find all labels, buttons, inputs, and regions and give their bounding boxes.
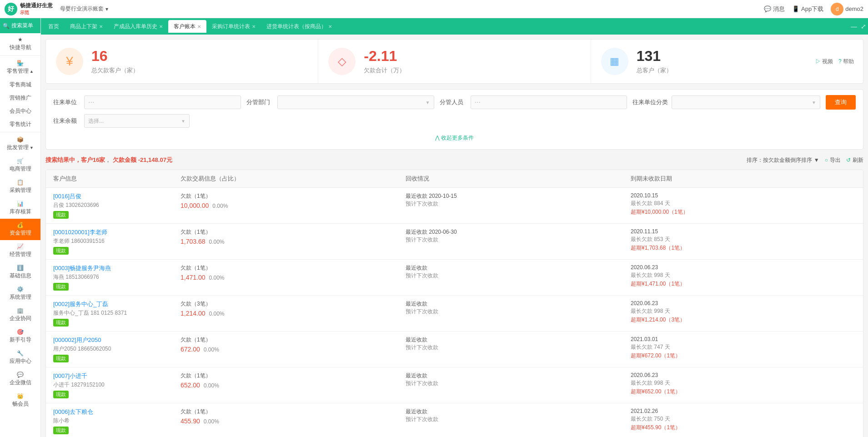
- sidebar-item-basic-info[interactable]: ℹ️ 基础信息: [0, 261, 40, 283]
- gear-icon: ⚙️: [17, 286, 24, 292]
- sidebar-item-batch-mgmt[interactable]: 📦 批发管理 ▼: [0, 133, 40, 155]
- due-date-cell: 2020.06.23 最长欠款 998 天 超期¥652.00（1笔）: [631, 372, 856, 396]
- debt-amount[interactable]: 1,471.00: [181, 274, 206, 281]
- main-content: 首页 商品上下架 ✕ 产成品入库单历史 ✕ 客户账本 ✕ 采购订单统计表 ✕ 进…: [41, 18, 868, 437]
- debt-amount[interactable]: 652.00: [181, 382, 200, 389]
- demo-select[interactable]: 母婴行业演示账套 ▾: [60, 5, 108, 13]
- sidebar-item-marketing[interactable]: 营销推广: [0, 91, 40, 105]
- next-collect: 预计下次收款: [406, 200, 631, 208]
- tab-close-purchase[interactable]: ✕: [252, 24, 256, 29]
- sidebar-item-sys-mgmt[interactable]: ⚙️ 系统管理: [0, 283, 40, 304]
- tabs-maximize-btn[interactable]: ⤢: [861, 23, 866, 30]
- data-table: 客户信息 欠款交易信息（占比） 回收情况 到期未收款日期 [0016]吕俊 吕俊…: [45, 170, 863, 437]
- sidebar-item-retail-stats[interactable]: 零售统计: [0, 118, 40, 131]
- sidebar-item-corp-wechat[interactable]: 💬 企业微信: [0, 368, 40, 390]
- tabs-minimize-btn[interactable]: —: [851, 23, 857, 30]
- app-download-btn[interactable]: 📱 App下载: [792, 5, 823, 13]
- source-unit-input[interactable]: ···: [84, 95, 241, 109]
- tab-close-customer[interactable]: ✕: [197, 24, 201, 29]
- debt-ratio: 0.00%: [212, 203, 228, 209]
- balance-select[interactable]: 选择... ▼: [84, 114, 190, 128]
- customer-phone: 吕俊 13026203696: [53, 201, 181, 209]
- debt-info-cell: 欠款（1笔） 672.00 0.00%: [181, 336, 406, 353]
- debt-count: 欠款（1笔）: [181, 264, 406, 272]
- overdue-amount[interactable]: 超期¥1,703.68（1笔）: [631, 244, 856, 252]
- customer-info-cell: [000002]用户2050 用户2050 18665062050 现款: [53, 336, 181, 362]
- overdue-amount[interactable]: 超期¥1,214.00（3笔）: [631, 316, 856, 324]
- search-button[interactable]: 查询: [826, 95, 856, 110]
- sidebar-item-stock-calc[interactable]: 📊 库存核算: [0, 197, 40, 219]
- person-input[interactable]: ···: [471, 95, 627, 109]
- debt-count: 欠款（1笔）: [181, 228, 406, 236]
- due-date-cell: 2020.10.15 最长欠款 884 天 超期¥10,000.00（1笔）: [631, 192, 856, 216]
- tab-customer-account[interactable]: 客户账本 ✕: [168, 20, 206, 33]
- app-icon: 🔧: [17, 350, 24, 357]
- due-date: 2020.11.15: [631, 228, 856, 235]
- sidebar-search-btn[interactable]: 🔍 搜索菜单: [0, 18, 40, 33]
- due-date-cell: 2021.03.01 最长欠款 747 天 超期¥672.00（1笔）: [631, 336, 856, 360]
- sidebar-item-member[interactable]: 会员中心: [0, 105, 40, 118]
- customer-name-link[interactable]: [0006]去下粮仓: [53, 408, 181, 416]
- customer-name-link[interactable]: [0002]服务中心_丁磊: [53, 300, 181, 308]
- overdue-amount[interactable]: 超期¥1,471.00（1笔）: [631, 280, 856, 288]
- help-btn[interactable]: ? 帮助: [838, 58, 854, 65]
- filter-person: 分管人员 ···: [440, 95, 627, 109]
- sidebar-item-new-guide[interactable]: 🎯 新手引导: [0, 326, 40, 347]
- sidebar-item-app-center[interactable]: 🔧 应用中心: [0, 347, 40, 368]
- overdue-amount[interactable]: 超期¥672.00（1笔）: [631, 352, 856, 360]
- customer-name-link[interactable]: [0016]吕俊: [53, 192, 181, 201]
- customer-name-link[interactable]: [000002]用户2050: [53, 336, 181, 344]
- debt-ratio: 0.00%: [204, 382, 219, 389]
- dept-select[interactable]: ▼: [277, 95, 434, 109]
- header-debt-info: 欠款交易信息（占比）: [181, 175, 406, 183]
- sidebar-item-purchase[interactable]: 📋 采购管理: [0, 176, 40, 197]
- tab-close-stats[interactable]: ✕: [328, 24, 332, 29]
- overdue-amount[interactable]: 超期¥10,000.00（1笔）: [631, 208, 856, 216]
- sidebar-item-finance[interactable]: 💰 资金管理: [0, 219, 40, 240]
- unit-class-select[interactable]: ▼: [672, 95, 820, 109]
- tab-close-product[interactable]: ✕: [99, 24, 103, 29]
- refresh-btn[interactable]: ↺ 刷新: [846, 156, 863, 164]
- message-btn[interactable]: 💬 消息: [764, 5, 785, 13]
- sidebar-item-ops-mgmt[interactable]: 📈 经营管理: [0, 240, 40, 261]
- tabs-bar: 首页 商品上下架 ✕ 产成品入库单历史 ✕ 客户账本 ✕ 采购订单统计表 ✕ 进…: [41, 18, 868, 35]
- chevron-down-icon4: ▼: [181, 119, 186, 124]
- overdue-amount[interactable]: 超期¥455.90（1笔）: [631, 424, 856, 432]
- debt-amount[interactable]: 672.00: [181, 346, 200, 353]
- sort-btn[interactable]: 排序：按欠款金额倒序排序 ▼: [747, 156, 819, 164]
- last-collect: 最近收款 2020-10-15: [406, 192, 631, 200]
- tab-home[interactable]: 首页: [43, 20, 65, 33]
- debt-info-cell: 欠款（1笔） 10,000.00 0.00%: [181, 192, 406, 209]
- sidebar-item-enterprise[interactable]: 🏢 企业协同: [0, 304, 40, 326]
- tab-purchase-stats[interactable]: 进货单统计表（按商品） ✕: [261, 20, 337, 33]
- collapse-bar[interactable]: ⋀ 收起更多条件: [53, 132, 856, 144]
- sidebar-item-ecommerce[interactable]: 🛒 电商管理: [0, 155, 40, 176]
- customer-info-cell: [0001020001]李老师 李老师 18600391516 现款: [53, 228, 181, 255]
- customer-name-link[interactable]: [0007]小进千: [53, 372, 181, 380]
- debt-amount[interactable]: 1,214.00: [181, 310, 206, 317]
- stat-icon-total: ▦: [600, 47, 629, 76]
- tab-purchase-order[interactable]: 采购订单统计表 ✕: [206, 20, 261, 33]
- tab-product-online[interactable]: 商品上下架 ✕: [65, 20, 108, 33]
- customer-name-link[interactable]: [0003]畅捷服务尹海燕: [53, 264, 181, 272]
- video-icon: ▷: [815, 58, 821, 65]
- sidebar-item-retail-mall[interactable]: 零售商城: [0, 78, 40, 91]
- video-btn[interactable]: ▷ 视频: [815, 58, 833, 65]
- return-info-cell: 最近收款 预计下次收款: [406, 372, 631, 387]
- debt-amount[interactable]: 455.90: [181, 417, 200, 425]
- stat-number-customers: 16: [91, 48, 309, 64]
- tab-produce-history[interactable]: 产成品入库单历史 ✕: [108, 20, 168, 33]
- debt-amount[interactable]: 1,703.68: [181, 238, 206, 245]
- customer-name-link[interactable]: [0001020001]李老师: [53, 228, 181, 236]
- tab-close-produce[interactable]: ✕: [159, 24, 163, 29]
- sidebar-item-member-vip[interactable]: 👑 畅会员: [0, 390, 40, 411]
- return-info-cell: 最近收款 预计下次收款: [406, 408, 631, 423]
- overdue-amount[interactable]: 超期¥652.00（1笔）: [631, 388, 856, 396]
- table-row: [0006]去下粮仓 陈小希 现款 欠款（1笔） 455.90 0.00% 最: [46, 403, 863, 437]
- export-btn[interactable]: ○ 导出: [825, 156, 841, 164]
- sidebar-item-quick-nav[interactable]: ★ 快捷导航: [0, 33, 40, 55]
- debt-amount[interactable]: 10,000.00: [181, 202, 209, 209]
- user-menu[interactable]: d demo2: [831, 3, 863, 15]
- sidebar-item-retail-mgmt[interactable]: 🏪 零售管理 ▲: [0, 57, 40, 78]
- table-row: [0003]畅捷服务尹海燕 海燕 18513066976 现款 欠款（1笔） 1…: [46, 260, 863, 296]
